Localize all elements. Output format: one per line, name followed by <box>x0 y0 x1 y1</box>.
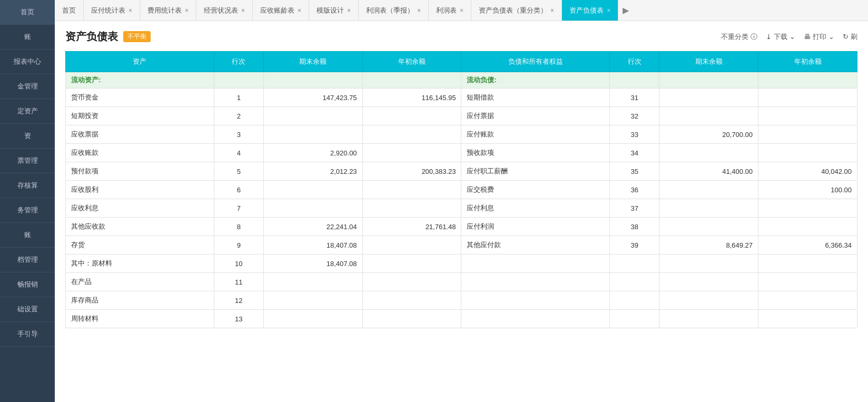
classify-toggle[interactable]: 不重分类 ⓘ <box>721 32 757 42</box>
download-button[interactable]: ⤓ 下载 ⌄ <box>766 32 795 42</box>
table-row[interactable]: 应收股利 6 应交税费 36 100.00 <box>66 181 857 199</box>
right-end-balance: 20,700.00 <box>659 125 758 144</box>
table-row[interactable]: 其中：原材料 10 18,407.08 <box>66 254 857 273</box>
col-begin-bal-left: 年初余额 <box>362 52 461 72</box>
right-label: 其他应付款 <box>461 236 610 254</box>
right-label: 短期借款 <box>461 89 610 107</box>
left-row-num: 7 <box>214 199 263 218</box>
left-row-num: 9 <box>214 236 263 254</box>
left-row-num: 5 <box>214 162 263 181</box>
right-end-balance <box>659 144 758 162</box>
right-label <box>461 254 610 273</box>
left-label: 周转材料 <box>66 310 214 328</box>
left-begin-balance <box>362 181 461 199</box>
right-begin-balance <box>758 144 857 162</box>
sidebar-item-fund[interactable]: 金管理 <box>0 74 55 99</box>
left-end-balance <box>263 273 362 291</box>
chevron-down-icon: ⌄ <box>790 33 795 41</box>
left-begin-balance <box>362 125 461 144</box>
tab-template[interactable]: 模版设计 × <box>309 0 359 21</box>
sidebar-item-archive[interactable]: 档管理 <box>0 248 55 272</box>
close-tab-operation[interactable]: × <box>241 7 245 14</box>
page-title-area: 资产负债表 不平衡 <box>65 30 151 44</box>
tab-profit[interactable]: 利润表 × <box>429 0 471 21</box>
sidebar-item-fixed[interactable]: 定资产 <box>0 99 55 124</box>
sidebar-item-asset[interactable]: 资 <box>0 124 55 149</box>
tab-scroll-arrow[interactable]: ▶ <box>618 5 633 15</box>
table-row[interactable]: 在产品 11 <box>66 273 857 291</box>
left-label: 存货 <box>66 236 214 254</box>
tab-balance-reclassify[interactable]: 资产负债表（重分类） × <box>471 0 562 21</box>
left-label: 应收账款 <box>66 144 214 162</box>
left-label: 货币资金 <box>66 89 214 107</box>
sidebar-item-home[interactable]: 首页 <box>0 0 55 25</box>
left-row-num: 1 <box>214 89 263 107</box>
sidebar-item-ledger[interactable]: 账 <box>0 223 55 248</box>
table-row[interactable]: 应收利息 7 应付利息 37 <box>66 199 857 218</box>
sidebar-item-inventory[interactable]: 存核算 <box>0 173 55 198</box>
close-tab-receivable-age[interactable]: × <box>298 7 301 14</box>
left-begin-balance <box>362 273 461 291</box>
table-row[interactable]: 预付款项 5 2,012.23 200,383.23 应付职工薪酬 35 41,… <box>66 162 857 181</box>
tab-home[interactable]: 首页 <box>55 0 84 21</box>
tab-payable-stat[interactable]: 应付统计表 × <box>84 0 140 21</box>
right-begin-balance <box>758 107 857 125</box>
tab-profit-quarterly[interactable]: 利润表（季报） × <box>359 0 429 21</box>
sidebar-item-guide[interactable]: 手引导 <box>0 322 55 347</box>
sidebar-item-account[interactable]: 账 <box>0 25 55 50</box>
tab-operation[interactable]: 经营状况表 × <box>196 0 253 21</box>
sidebar-item-ticket[interactable]: 票管理 <box>0 149 55 173</box>
sidebar-item-settings[interactable]: 础设置 <box>0 297 55 322</box>
sidebar-item-tax[interactable]: 务管理 <box>0 198 55 223</box>
right-row-num <box>610 254 659 273</box>
right-row-num: 39 <box>610 236 659 254</box>
section-current-assets: 流动资产: 流动负债: <box>66 72 857 89</box>
left-end-balance: 2,012.23 <box>263 162 362 181</box>
close-tab-profit[interactable]: × <box>460 7 463 14</box>
close-tab-expense-stat[interactable]: × <box>185 7 189 14</box>
close-tab-balance[interactable]: × <box>607 7 610 14</box>
refresh-icon: ↻ <box>843 33 849 41</box>
table-row[interactable]: 周转材料 13 <box>66 310 857 328</box>
close-tab-profit-quarterly[interactable]: × <box>417 7 421 14</box>
print-icon: 🖶 <box>804 33 811 41</box>
right-begin-balance <box>758 218 857 236</box>
left-row-num: 13 <box>214 310 263 328</box>
close-tab-payable-stat[interactable]: × <box>129 7 132 14</box>
right-end-balance: 8,649.27 <box>659 236 758 254</box>
table-row[interactable]: 存货 9 18,407.08 其他应付款 39 8,649.27 6,366.3… <box>66 236 857 254</box>
download-icon: ⤓ <box>766 33 772 41</box>
left-begin-balance <box>362 107 461 125</box>
print-button[interactable]: 🖶 打印 ⌄ <box>804 32 834 42</box>
close-tab-balance-reclassify[interactable]: × <box>550 7 554 14</box>
sidebar-item-expense[interactable]: 畅报销 <box>0 272 55 297</box>
right-label: 应付利润 <box>461 218 610 236</box>
right-label: 应付账款 <box>461 125 610 144</box>
table-row[interactable]: 其他应收款 8 22,241.04 21,761.48 应付利润 38 <box>66 218 857 236</box>
refresh-button[interactable]: ↻ 刷 <box>843 32 857 42</box>
left-end-balance <box>263 181 362 199</box>
sidebar-item-report[interactable]: 报表中心 <box>0 50 55 74</box>
right-begin-balance <box>758 310 857 328</box>
tab-balance[interactable]: 资产负债表 × <box>562 0 618 21</box>
right-row-num: 36 <box>610 181 659 199</box>
table-row[interactable]: 库存商品 12 <box>66 291 857 310</box>
right-begin-balance <box>758 199 857 218</box>
tab-receivable-age[interactable]: 应收账龄表 × <box>253 0 309 21</box>
right-end-balance <box>659 218 758 236</box>
right-label: 应付票据 <box>461 107 610 125</box>
close-tab-template[interactable]: × <box>347 7 351 14</box>
table-row[interactable]: 应收账款 4 2,920.00 预收款项 34 <box>66 144 857 162</box>
right-row-num: 33 <box>610 125 659 144</box>
right-begin-balance <box>758 254 857 273</box>
table-row[interactable]: 应收票据 3 应付账款 33 20,700.00 <box>66 125 857 144</box>
right-end-balance <box>659 181 758 199</box>
tab-expense-stat[interactable]: 费用统计表 × <box>140 0 196 21</box>
left-begin-balance <box>362 291 461 310</box>
right-label <box>461 291 610 310</box>
table-row[interactable]: 短期投资 2 应付票据 32 <box>66 107 857 125</box>
table-row[interactable]: 货币资金 1 147,423.75 116,145.95 短期借款 31 <box>66 89 857 107</box>
left-end-balance: 22,241.04 <box>263 218 362 236</box>
right-label: 应付职工薪酬 <box>461 162 610 181</box>
left-begin-balance <box>362 310 461 328</box>
